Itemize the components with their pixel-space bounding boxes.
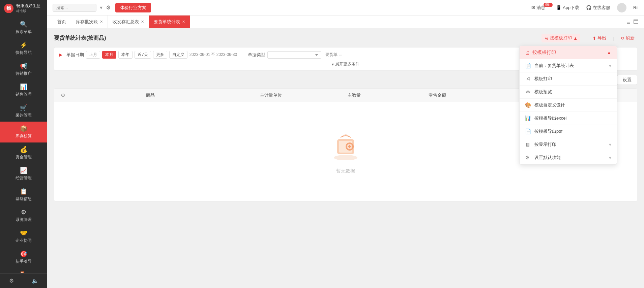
date-more-btn[interactable]: 更多 xyxy=(153,51,167,59)
dropdown-default-fn[interactable]: ⚙ 设置默认功能 ▾ xyxy=(520,151,617,164)
export-btn[interactable]: ⬆ 导出 xyxy=(590,34,609,42)
type-select[interactable] xyxy=(267,51,321,59)
sidebar-item-system[interactable]: ⚙ 系统管理 xyxy=(0,205,47,226)
dropdown-export-excel[interactable]: 📊 按模板导出excel xyxy=(520,112,617,125)
page-actions: 🖨 按模板打印 ▲ | ⬆ 导出 | ↻ 刷新 xyxy=(541,34,637,42)
main-content: ▾ ⚙ 体验行业方案 ✉ 消息 99+ 📱 App下载 🎧 在线客服 Rit 首… xyxy=(47,0,644,288)
tab-inventory-batch-label: 库存批次账 xyxy=(76,19,98,25)
close-order-stats-icon[interactable]: ✕ xyxy=(182,20,185,24)
display-print-label: 按显示打印 xyxy=(534,141,556,148)
current-template-label: 当前：要货单统计表 xyxy=(534,63,574,69)
empty-illustration xyxy=(329,129,362,163)
sidebar-logo: 畅 畅康通好生意 标准版 xyxy=(0,0,47,17)
dropdown-current-item[interactable]: 📄 当前：要货单统计表 ▾ xyxy=(520,59,617,72)
sidebar-item-finance[interactable]: 💰 资金管理 xyxy=(0,142,47,163)
expand-more-icon: ▾ xyxy=(332,62,334,67)
table-settings-btn[interactable]: 设置 xyxy=(617,75,637,85)
dropdown-display-print[interactable]: 🖥 按显示打印 ▾ xyxy=(520,138,617,151)
sidebar-item-inventory[interactable]: 📦 库存核算 xyxy=(0,122,47,142)
app-name: 畅康通好生意 xyxy=(16,3,40,9)
current-arrow-icon: ▾ xyxy=(609,63,611,68)
user-avatar[interactable] xyxy=(617,3,626,12)
tab-minimize-icon[interactable]: 🗕 xyxy=(626,19,631,25)
date-prev-month-btn[interactable]: 上月 xyxy=(86,51,100,59)
action-divider-1: | xyxy=(584,36,585,41)
template-design-icon: 🎨 xyxy=(525,102,531,108)
date-current-year-btn[interactable]: 本年 xyxy=(118,51,133,59)
basic-icon: 📋 xyxy=(20,188,27,195)
tab-order-stats[interactable]: 要货单统计表 ✕ xyxy=(149,15,190,28)
sidebar-label-marketing: 营销推广 xyxy=(16,71,32,76)
sidebar-item-basic[interactable]: 📋 基础信息 xyxy=(0,184,47,205)
messages-btn[interactable]: ✉ 消息 99+ xyxy=(531,5,549,11)
sidebar-item-search[interactable]: 🔍 搜索菜单 xyxy=(0,17,47,38)
dropdown-template-design[interactable]: 🎨 模板自定义设计 xyxy=(520,99,617,112)
export-excel-icon: 📊 xyxy=(525,115,531,121)
template-preview-label: 模板预览 xyxy=(534,89,552,95)
tab-inventory-batch[interactable]: 库存批次账 ✕ xyxy=(71,15,108,28)
default-fn-label: 设置默认功能 xyxy=(534,155,561,161)
search-nav-icon: 🔍 xyxy=(20,21,27,28)
date-current-month-btn[interactable]: 本月 xyxy=(102,51,116,59)
page-header: 要货单统计表(按商品) 🖨 按模板打印 ▲ | ⬆ 导出 | ↻ 刷新 xyxy=(54,34,637,42)
date-custom-btn[interactable]: 自定义 xyxy=(169,51,187,59)
topbar-search-input[interactable] xyxy=(53,4,96,12)
display-print-arrow: ▾ xyxy=(609,142,611,147)
date-last-7-btn[interactable]: 近7天 xyxy=(135,51,151,59)
sidebar-item-appstore[interactable]: 🏪 应用中心 xyxy=(0,268,47,273)
sidebar-item-purchase[interactable]: 🛒 采购管理 xyxy=(0,101,47,122)
print-dropdown-arrow: ▲ xyxy=(573,36,578,41)
tab-maximize-icon[interactable]: 🗖 xyxy=(633,19,639,25)
app-download-btn[interactable]: 📱 App下载 xyxy=(556,5,579,11)
col-quantity: 主数量 xyxy=(313,92,396,98)
tab-order-stats-label: 要货单统计表 xyxy=(154,19,180,25)
template-preview-icon: 👁 xyxy=(525,89,531,95)
sidebar-item-operation[interactable]: 📈 经营管理 xyxy=(0,163,47,184)
tab-home-label: 首页 xyxy=(57,19,66,25)
online-service-btn[interactable]: 🎧 在线客服 xyxy=(586,5,610,11)
sidebar-item-shortcut[interactable]: ⚡ 快捷导航 xyxy=(0,38,47,59)
sidebar-item-collab[interactable]: 🤝 企业协同 xyxy=(0,226,47,247)
tab-receivable-summary[interactable]: 收发存汇总表 ✕ xyxy=(108,15,149,28)
refresh-label: 刷新 xyxy=(626,35,635,41)
sidebar-label-guide: 新手引导 xyxy=(16,259,32,264)
tab-bar: 首页 库存批次账 ✕ 收发存汇总表 ✕ 要货单统计表 ✕ 🗕 🗖 xyxy=(47,15,644,28)
close-receivable-icon[interactable]: ✕ xyxy=(141,20,144,24)
export-excel-label: 按模板导出excel xyxy=(534,115,566,121)
close-inventory-batch-icon[interactable]: ✕ xyxy=(100,20,103,24)
print-template-btn[interactable]: 🖨 按模板打印 ▲ xyxy=(541,34,580,42)
sidebar-audio-btn[interactable]: 🔈 xyxy=(29,276,41,285)
col-settings[interactable]: ⚙ xyxy=(54,92,71,98)
dropdown-printer-icon: 🖨 xyxy=(525,50,530,55)
export-pdf-label: 按模板导出pdf xyxy=(534,128,562,134)
sidebar: 畅 畅康通好生意 标准版 🔍 搜索菜单 ⚡ 快捷导航 📢 营销推广 📊 销售管理… xyxy=(0,0,47,288)
filter-expand-btn[interactable]: ▶ xyxy=(59,52,62,57)
refresh-btn[interactable]: ↻ 刷新 xyxy=(618,34,637,42)
operation-icon: 📈 xyxy=(20,167,27,174)
tab-expand-area: 🗕 🗖 xyxy=(626,19,639,25)
inventory-icon: 📦 xyxy=(20,125,27,132)
template-design-label: 模板自定义设计 xyxy=(534,102,565,108)
trial-btn[interactable]: 体验行业方案 xyxy=(115,3,151,12)
sidebar-item-marketing[interactable]: 📢 营销推广 xyxy=(0,59,47,80)
system-icon: ⚙ xyxy=(21,209,26,216)
dropdown-template-print[interactable]: 🖨 模板打印 xyxy=(520,72,617,86)
dropdown-template-preview[interactable]: 👁 模板预览 xyxy=(520,86,617,99)
table-col-settings-icon[interactable]: ⚙ xyxy=(61,92,65,98)
template-print-icon: 🖨 xyxy=(525,76,531,82)
topbar-gear-icon[interactable]: ⚙ xyxy=(106,4,111,11)
sidebar-settings-btn[interactable]: ⚙ xyxy=(6,276,17,285)
sidebar-item-guide[interactable]: 🎯 新手引导 xyxy=(0,247,47,268)
sidebar-label-search: 搜索菜单 xyxy=(16,29,32,35)
topbar-dropdown-icon[interactable]: ▾ xyxy=(100,4,103,11)
tab-home[interactable]: 首页 xyxy=(53,15,71,28)
sidebar-label-collab: 企业协同 xyxy=(16,238,32,244)
topbar-right: ✉ 消息 99+ 📱 App下载 🎧 在线客服 Rit xyxy=(531,3,639,12)
dropdown-collapse-arrow[interactable]: ▲ xyxy=(607,50,611,55)
dropdown-header: 🖨 按模板打印 ▲ xyxy=(520,46,617,59)
sidebar-item-sales[interactable]: 📊 销售管理 xyxy=(0,80,47,101)
dropdown-export-pdf[interactable]: 📄 按模板导出pdf xyxy=(520,125,617,138)
page-content-area: 要货单统计表(按商品) 🖨 按模板打印 ▲ | ⬆ 导出 | ↻ 刷新 xyxy=(47,28,644,288)
expand-more-btn[interactable]: ▾ 展开更多条件 xyxy=(332,61,359,67)
messages-badge: 99+ xyxy=(544,3,553,7)
